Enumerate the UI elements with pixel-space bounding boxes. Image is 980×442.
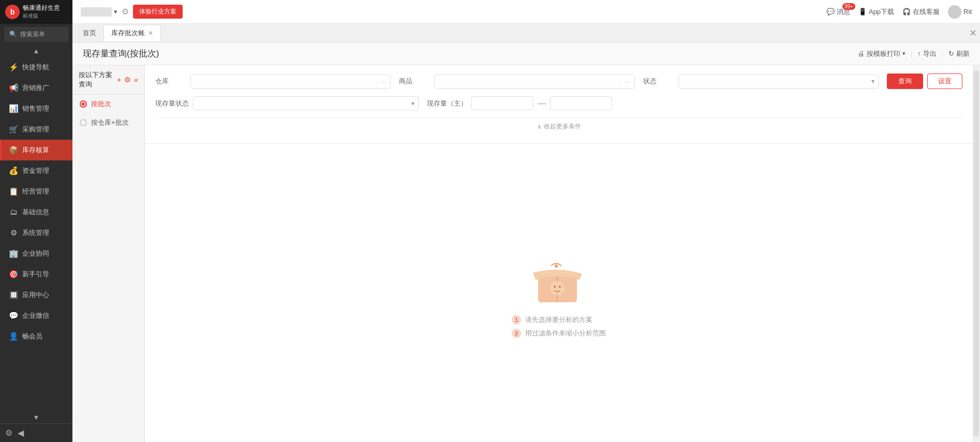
sidebar-item-marketing[interactable]: 📢 营销推广 bbox=[0, 78, 72, 98]
app-name: 畅康通好生意 bbox=[23, 4, 60, 12]
empty-svg bbox=[528, 248, 590, 305]
filter-item-by-batch[interactable]: 按批次 bbox=[72, 95, 144, 113]
right-scrollbar[interactable] bbox=[973, 65, 980, 442]
tab-home-label: 首页 bbox=[83, 28, 96, 38]
page-header: 现存量查询(按批次) 🖨 按模板打印 ▾ | ↑ 导出 | ↻ 刷新 bbox=[72, 42, 980, 65]
sidebar-header: b 畅康通好生意 标准版 bbox=[0, 0, 72, 24]
product-input[interactable] bbox=[435, 75, 619, 88]
enterprise-icon: 🏢 bbox=[9, 249, 18, 258]
stock-status-select-wrapper: 正常 不足 bbox=[193, 96, 419, 110]
filter-add-btn[interactable]: + bbox=[117, 76, 121, 84]
filter-sidebar: 按以下方案查询 + ⚙ « 按批次 按仓库+批次 bbox=[72, 65, 145, 442]
sidebar-item-newbie[interactable]: 🎯 新手引导 bbox=[0, 264, 72, 285]
sidebar-item-inventory[interactable]: 📦 库存核算 bbox=[0, 140, 72, 160]
sidebar-item-label: 畅会员 bbox=[22, 332, 42, 341]
topbar-left: ▾ ⚙ 体验行业方案 bbox=[81, 5, 820, 19]
stock-status-label: 现存量状态 bbox=[155, 99, 189, 108]
sidebar-item-purchase[interactable]: 🛒 采购管理 bbox=[0, 119, 72, 140]
topbar-gear-icon[interactable]: ⚙ bbox=[122, 7, 129, 17]
message-badge: 99+ bbox=[842, 3, 855, 10]
sidebar-item-basic-info[interactable]: 🗂 基础信息 bbox=[0, 202, 72, 223]
print-template-btn[interactable]: 🖨 按模板打印 ▾ bbox=[858, 49, 905, 58]
stock-status-select[interactable]: 正常 不足 bbox=[193, 96, 419, 110]
filter-settings-btn[interactable]: ⚙ bbox=[124, 76, 131, 84]
stock-status-field: 现存量状态 正常 不足 bbox=[155, 96, 419, 110]
empty-hint-1: 1 请先选择要分析的方案 bbox=[512, 315, 606, 325]
product-more-btn[interactable]: ··· bbox=[620, 78, 634, 85]
scroll-up-btn[interactable]: ▲ bbox=[0, 45, 72, 57]
message-btn[interactable]: 💬 消息 99+ bbox=[826, 7, 850, 17]
export-btn[interactable]: ↑ 导出 bbox=[917, 49, 937, 58]
print-chevron-icon[interactable]: ▾ bbox=[902, 50, 905, 57]
collapse-label: 收起更多条件 bbox=[544, 122, 581, 131]
sidebar-item-sales[interactable]: 📊 销售管理 bbox=[0, 98, 72, 119]
export-icon: ↑ bbox=[917, 50, 921, 57]
tab-home[interactable]: 首页 bbox=[76, 25, 103, 41]
search-menu-label: 搜索菜单 bbox=[20, 30, 45, 39]
sidebar-settings-btn[interactable]: ⚙ bbox=[5, 428, 12, 438]
status-field: 状态 在库 出库 bbox=[643, 75, 879, 89]
sidebar-item-wechat[interactable]: 💬 企业微信 bbox=[0, 305, 72, 326]
stock-qty-field: 现存量（主） — bbox=[427, 96, 690, 110]
collapse-icon: ∧ bbox=[537, 123, 542, 130]
print-template-label: 按模板打印 bbox=[867, 49, 900, 58]
sidebar-collapse-btn[interactable]: ◀ bbox=[18, 428, 24, 438]
collapse-row[interactable]: ∧ 收起更多条件 bbox=[155, 117, 962, 135]
settings-btn[interactable]: 设置 bbox=[927, 73, 962, 89]
sidebar-item-label: 经营管理 bbox=[22, 187, 49, 196]
sidebar-item-member[interactable]: 👤 畅会员 bbox=[0, 326, 72, 347]
user-menu[interactable]: Rit bbox=[948, 5, 972, 19]
tab-close-panel-icon[interactable]: ✕ bbox=[969, 27, 977, 39]
tab-inventory-batch[interactable]: 库存批次账 ✕ bbox=[103, 25, 161, 41]
filter-collapse-btn[interactable]: « bbox=[134, 76, 138, 84]
svg-point-3 bbox=[550, 281, 565, 296]
inventory-icon: 📦 bbox=[9, 145, 18, 155]
sidebar-nav: ⚡ 快捷导航 📢 营销推广 📊 销售管理 🛒 采购管理 📦 库存核算 💰 资金管… bbox=[0, 57, 72, 411]
system-icon: ⚙ bbox=[9, 228, 18, 238]
empty-hint-2: 2 用过滤条件来缩小分析范围 bbox=[512, 329, 606, 338]
scroll-down-btn[interactable]: ▼ bbox=[0, 411, 72, 423]
sidebar-item-system[interactable]: ⚙ 系统管理 bbox=[0, 223, 72, 243]
stock-qty-from-input[interactable] bbox=[471, 96, 533, 110]
warehouse-input-wrapper: ··· bbox=[190, 75, 391, 89]
form-row-2: 现存量状态 正常 不足 现存量（主） bbox=[155, 96, 962, 110]
warehouse-label: 仓库 bbox=[155, 77, 186, 86]
refresh-icon: ↻ bbox=[948, 50, 954, 57]
refresh-btn[interactable]: ↻ 刷新 bbox=[948, 49, 970, 58]
empty-illustration bbox=[528, 248, 590, 305]
sidebar-item-apps[interactable]: 🔲 应用中心 bbox=[0, 285, 72, 305]
sidebar-item-enterprise[interactable]: 🏢 企业协同 bbox=[0, 243, 72, 264]
svg-point-5 bbox=[559, 286, 561, 288]
tabs-bar: 首页 库存批次账 ✕ ✕ bbox=[72, 24, 980, 42]
product-input-wrapper: ··· bbox=[434, 75, 634, 89]
warehouse-more-btn[interactable]: ··· bbox=[376, 78, 390, 85]
sidebar-item-operation[interactable]: 📋 经营管理 bbox=[0, 181, 72, 202]
divider-1: | bbox=[911, 50, 912, 57]
search-menu[interactable]: 🔍 搜索菜单 bbox=[4, 27, 68, 42]
sidebar-item-label: 基础信息 bbox=[22, 208, 49, 217]
stock-qty-to-input[interactable] bbox=[550, 96, 612, 110]
filter-radio-by-warehouse-batch bbox=[80, 119, 87, 126]
product-label: 商品 bbox=[399, 77, 430, 86]
sidebar-item-quick-nav[interactable]: ⚡ 快捷导航 bbox=[0, 57, 72, 78]
online-service-btn[interactable]: 🎧 在线客服 bbox=[902, 7, 940, 17]
status-label: 状态 bbox=[643, 77, 674, 86]
app-download-btn[interactable]: 📱 App下载 bbox=[858, 7, 894, 17]
tab-close-icon[interactable]: ✕ bbox=[148, 30, 153, 36]
online-service-label: 在线客服 bbox=[913, 7, 940, 17]
sidebar-item-finance[interactable]: 💰 资金管理 bbox=[0, 160, 72, 181]
page-actions: 🖨 按模板打印 ▾ | ↑ 导出 | ↻ 刷新 bbox=[858, 49, 970, 58]
divider-2: | bbox=[942, 50, 943, 57]
phone-icon: 📱 bbox=[858, 8, 867, 16]
status-select-wrapper: 在库 出库 bbox=[678, 75, 879, 89]
filter-item-by-warehouse-batch[interactable]: 按仓库+批次 bbox=[72, 113, 144, 132]
apps-icon: 🔲 bbox=[9, 290, 18, 300]
sidebar-item-label: 系统管理 bbox=[22, 228, 49, 238]
warehouse-input[interactable] bbox=[191, 75, 376, 88]
query-btn[interactable]: 查询 bbox=[887, 73, 923, 89]
query-form: 仓库 ··· 商品 ··· bbox=[145, 65, 973, 144]
trial-btn[interactable]: 体验行业方案 bbox=[133, 5, 183, 19]
topbar-dropdown[interactable]: ▾ bbox=[81, 7, 117, 17]
main-body: 按以下方案查询 + ⚙ « 按批次 按仓库+批次 bbox=[72, 65, 980, 442]
status-select[interactable]: 在库 出库 bbox=[678, 75, 879, 89]
